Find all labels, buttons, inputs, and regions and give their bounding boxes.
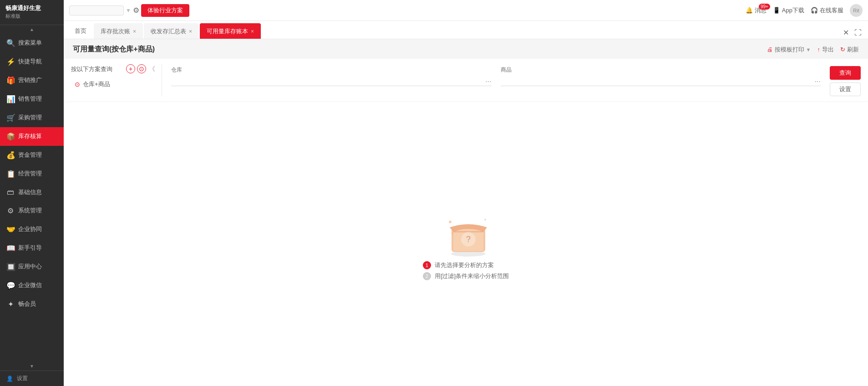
sidebar-item-operation[interactable]: 📋 经营管理 (0, 165, 64, 183)
hint-text-1: 请先选择要分析的方案 (435, 261, 494, 269)
sidebar-item-search[interactable]: 🔍 搜索菜单 (0, 34, 64, 52)
search-icon: 🔍 (6, 39, 15, 47)
export-button[interactable]: ↑ 导出 (817, 46, 834, 54)
settings-icon[interactable]: ⚙ (133, 6, 139, 15)
sidebar-item-label: 快捷导航 (18, 57, 42, 66)
sidebar-item-newbie[interactable]: 📖 新手引导 (0, 239, 64, 257)
filter-warehouse-input[interactable] (171, 77, 483, 83)
sidebar-item-purchase[interactable]: 🛒 采购管理 (0, 108, 64, 127)
close-icon[interactable]: × (251, 28, 254, 35)
tab-receipt-summary-label: 收发存汇总表 (151, 27, 186, 36)
svg-point-7 (484, 219, 486, 221)
query-schemes-header: 按以下方案查询 + ⊙ 《 (71, 64, 156, 74)
filter-goods-dots[interactable]: ... (815, 76, 821, 84)
sidebar-item-label: 库存核算 (18, 132, 42, 140)
close-icon[interactable]: × (189, 28, 192, 35)
sidebar-item-label: 基础信息 (18, 188, 42, 196)
print-chevron-icon: ▼ (806, 47, 811, 52)
query-schemes: 按以下方案查询 + ⊙ 《 ⊙ 仓库+商 (71, 64, 162, 96)
query-buttons: 查询 设置 (830, 64, 861, 96)
sidebar-item-label: 资金管理 (18, 151, 42, 159)
sidebar-item-marketing[interactable]: 🎁 营销推广 (0, 71, 64, 90)
content-area: 可用量查询(按仓库+商品) 🖨 按模板打印 ▼ ↑ 导出 ↻ 刷新 (64, 39, 868, 386)
wechat-icon: 💬 (6, 281, 15, 290)
refresh-button[interactable]: ↻ 刷新 (840, 46, 859, 54)
sidebar-item-sales[interactable]: 📊 销售管理 (0, 90, 64, 108)
print-button[interactable]: 🖨 按模板打印 ▼ (767, 46, 811, 54)
sidebar-item-basic[interactable]: 🗃 基础信息 (0, 183, 64, 201)
database-icon: 🗃 (6, 188, 15, 196)
online-service-button[interactable]: 🎧 在线客服 (811, 6, 843, 15)
sidebar-item-finance[interactable]: 💰 资金管理 (0, 146, 64, 165)
add-scheme-button[interactable]: + (126, 64, 135, 73)
sidebar-item-apps[interactable]: 🔲 应用中心 (0, 257, 64, 276)
sidebar-scroll-down[interactable]: ▼ (0, 362, 64, 371)
sidebar-item-label: 新手引导 (18, 244, 42, 252)
tab-available-ledger[interactable]: 可用量库存账本 × (200, 23, 261, 39)
filter-goods-input[interactable] (501, 77, 813, 83)
tab-home-label: 首页 (75, 27, 86, 35)
sidebar-item-label: 系统管理 (18, 206, 42, 215)
message-button[interactable]: 🔔 消息 99+ (746, 6, 766, 15)
sidebar-item-system[interactable]: ⚙ 系统管理 (0, 201, 64, 220)
sidebar: 畅康通好生意 标准版 ▲ 🔍 搜索菜单 ⚡ 快捷导航 🎁 营销推广 📊 销售管理… (0, 0, 64, 386)
sidebar-logo: 畅康通好生意 标准版 (5, 5, 58, 20)
sidebar-item-label: 营销推广 (18, 76, 42, 84)
filter-row: 仓库 ... 商品 ... (162, 64, 830, 96)
collapse-panel-button[interactable]: 《 (148, 64, 156, 74)
headset-icon: 🎧 (811, 7, 818, 14)
scheme-settings-button[interactable]: ⊙ (137, 64, 146, 73)
user-icon: 👤 (6, 376, 13, 382)
tab-batch-account[interactable]: 库存批次账 × (94, 23, 143, 39)
tab-actions: ✕ ⛶ (841, 26, 863, 39)
tab-receipt-summary[interactable]: 收发存汇总表 × (144, 23, 199, 39)
scheme-icon: ⊙ (75, 81, 80, 88)
sidebar-nav: 🔍 搜索菜单 ⚡ 快捷导航 🎁 营销推广 📊 销售管理 🛒 采购管理 📦 库存核… (0, 34, 64, 362)
industry-solution-button[interactable]: 体验行业方案 (141, 4, 189, 17)
filter-goods-label: 商品 (501, 66, 821, 74)
printer-icon: 🖨 (767, 46, 773, 53)
breadcrumb: ▼ ⚙ 体验行业方案 (69, 4, 742, 17)
svg-point-6 (449, 221, 452, 223)
export-label: 导出 (822, 46, 834, 54)
apps-icon: 🔲 (6, 262, 15, 271)
chart-icon: 📊 (6, 95, 15, 103)
sidebar-user-label: 设置 (17, 375, 28, 382)
breadcrumb-input[interactable] (69, 5, 124, 15)
app-download-button[interactable]: 📱 App下载 (773, 6, 804, 15)
empty-illustration: ? (443, 208, 489, 254)
filter-group-warehouse: 仓库 ... (171, 66, 492, 86)
empty-hint-2: 2 用[过滤]条件来缩小分析范围 (423, 272, 509, 280)
sidebar-item-wechat[interactable]: 💬 企业微信 (0, 276, 64, 295)
tab-batch-account-label: 库存批次账 (101, 27, 130, 36)
query-button[interactable]: 查询 (830, 66, 861, 80)
scheme-item-warehouse-goods[interactable]: ⊙ 仓库+商品 (71, 78, 156, 91)
bell-icon: 🔔 (746, 7, 753, 14)
svg-text:?: ? (466, 235, 470, 244)
user-menu-button[interactable]: Rit (850, 4, 863, 17)
member-icon: ✦ (6, 300, 15, 309)
page-header-actions: 🖨 按模板打印 ▼ ↑ 导出 ↻ 刷新 (767, 46, 859, 54)
close-icon[interactable]: × (133, 28, 136, 35)
clipboard-icon: 📋 (6, 170, 15, 178)
page-header: 可用量查询(按仓库+商品) 🖨 按模板打印 ▼ ↑ 导出 ↻ 刷新 (64, 39, 868, 59)
lightning-icon: ⚡ (6, 57, 15, 66)
close-tab-button[interactable]: ✕ (841, 26, 851, 39)
settings-button[interactable]: 设置 (830, 82, 861, 96)
sidebar-item-quicknav[interactable]: ⚡ 快捷导航 (0, 52, 64, 71)
gear-icon: ⚙ (6, 206, 15, 215)
filter-warehouse-dots[interactable]: ... (485, 76, 491, 84)
sidebar-item-coop[interactable]: 🤝 企业协同 (0, 220, 64, 239)
filter-goods-input-container: ... (501, 76, 821, 86)
message-badge: 99+ (759, 4, 770, 10)
empty-hint-1: 1 请先选择要分析的方案 (423, 261, 509, 269)
sidebar-item-label: 采购管理 (18, 113, 42, 122)
expand-tab-button[interactable]: ⛶ (853, 27, 863, 39)
sidebar-bottom[interactable]: 👤 设置 (0, 371, 64, 386)
sidebar-item-inventory[interactable]: 📦 库存核算 (0, 127, 64, 146)
tab-home[interactable]: 首页 (68, 23, 93, 39)
cart-icon: 🛒 (6, 113, 15, 122)
money-icon: 💰 (6, 151, 15, 160)
sidebar-scroll-up[interactable]: ▲ (0, 25, 64, 34)
sidebar-item-member[interactable]: ✦ 畅会员 (0, 295, 64, 314)
